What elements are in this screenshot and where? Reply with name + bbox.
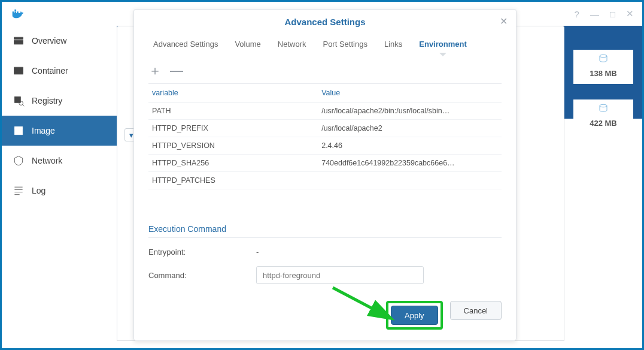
entrypoint-value: - [256, 248, 259, 257]
exec-section-title: Execution Command [148, 224, 502, 238]
tab-volume[interactable]: Volume [226, 34, 269, 56]
size-value: 422 MB [573, 119, 633, 128]
entrypoint-label: Entrypoint: [148, 248, 256, 257]
maximize-icon[interactable]: □ [610, 9, 615, 19]
remove-env-icon[interactable]: ― [170, 64, 183, 77]
env-header-variable[interactable]: variable [148, 84, 318, 102]
svg-point-0 [19, 101, 23, 105]
disk-icon [597, 103, 610, 114]
help-icon[interactable]: ? [575, 9, 579, 19]
sidebar: Overview Container Registry Image Networ… [2, 26, 117, 348]
summary-cards: 138 MB 422 MB [573, 50, 633, 134]
svg-point-1 [600, 55, 607, 58]
modal-tabs: Advanced Settings Volume Network Port Se… [134, 34, 516, 56]
docker-icon [10, 7, 23, 20]
svg-point-2 [600, 104, 607, 107]
env-table: variable Value PATH/usr/local/apache2/bi… [148, 83, 502, 189]
modal-close-icon[interactable]: ✕ [500, 16, 508, 27]
sidebar-item-log[interactable]: Log [2, 176, 117, 206]
sidebar-item-registry[interactable]: Registry [2, 86, 117, 116]
close-icon[interactable]: ✕ [626, 8, 634, 19]
table-row[interactable]: HTTPD_VERSION2.4.46 [148, 137, 502, 155]
tab-network[interactable]: Network [269, 34, 315, 56]
sidebar-item-label: Container [32, 66, 68, 76]
log-icon [13, 185, 25, 197]
tab-port-settings[interactable]: Port Settings [314, 34, 375, 56]
panel-letter: C [126, 76, 133, 88]
container-icon [13, 65, 25, 77]
add-env-icon[interactable]: ＋ [148, 64, 162, 77]
apply-highlight: Apply [386, 301, 443, 330]
table-row[interactable]: HTTPD_PREFIX/usr/local/apache2 [148, 120, 502, 137]
modal-title: Advanced Settings [284, 17, 365, 27]
env-header-value[interactable]: Value [318, 84, 502, 102]
network-icon [13, 155, 25, 167]
size-value: 138 MB [573, 69, 633, 78]
advanced-settings-modal: Advanced Settings ✕ Advanced Settings Vo… [133, 9, 517, 341]
sidebar-item-image[interactable]: Image [2, 116, 117, 146]
sidebar-item-label: Network [32, 156, 62, 165]
table-row[interactable]: HTTPD_PATCHES [148, 172, 502, 189]
window-controls: ? — □ ✕ [575, 8, 634, 19]
table-row[interactable]: PATH/usr/local/apache2/bin:/usr/local/sb… [148, 102, 502, 120]
minimize-icon[interactable]: — [590, 9, 599, 19]
tab-advanced-settings[interactable]: Advanced Settings [145, 34, 226, 56]
command-input[interactable] [256, 266, 424, 284]
size-card: 422 MB [573, 99, 633, 134]
sidebar-item-label: Image [32, 126, 55, 135]
sidebar-item-label: Overview [32, 36, 66, 46]
tab-links[interactable]: Links [376, 34, 411, 56]
sidebar-item-container[interactable]: Container [2, 56, 117, 86]
apply-button[interactable]: Apply [391, 306, 438, 325]
cancel-button[interactable]: Cancel [450, 301, 502, 320]
sidebar-item-label: Log [32, 186, 45, 195]
sidebar-item-network[interactable]: Network [2, 146, 117, 176]
disk-icon [597, 53, 610, 64]
sidebar-item-label: Registry [32, 96, 62, 105]
tab-environment[interactable]: Environment [411, 34, 475, 56]
image-icon [13, 125, 25, 137]
sidebar-item-overview[interactable]: Overview [2, 26, 117, 56]
registry-icon [13, 95, 25, 107]
table-row[interactable]: HTTPD_SHA256740eddf6e1c641992b22359cabc6… [148, 155, 502, 172]
size-card: 138 MB [573, 50, 633, 84]
overview-icon [13, 35, 25, 47]
command-label: Command: [148, 271, 256, 280]
